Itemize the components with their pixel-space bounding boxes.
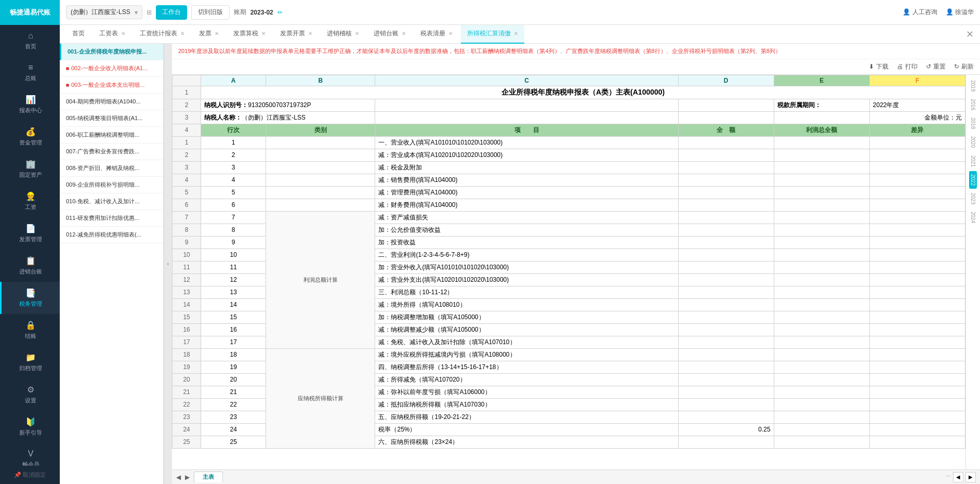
- download-button[interactable]: ⬇ 下载: [869, 62, 889, 71]
- close-all-tabs[interactable]: ✕: [966, 29, 974, 40]
- sidebar-item-home[interactable]: ⌂ 首页: [0, 25, 60, 57]
- tab-tax-table[interactable]: 税表清册 ✕: [414, 25, 459, 44]
- report-item-005[interactable]: 005-纳税调整项目明细表(A1...: [60, 110, 163, 127]
- diff-cell-6: [869, 199, 965, 211]
- row-num-14: 14: [173, 298, 201, 311]
- tab-invoice[interactable]: 发票 ✕: [193, 25, 225, 44]
- scroll-left-btn[interactable]: ◀: [953, 472, 963, 482]
- profit-cell-5: [774, 186, 869, 199]
- empty-cell-3d: [678, 111, 774, 124]
- row-num-18: 18: [173, 348, 201, 361]
- print-label: 打印: [905, 62, 918, 71]
- topbar-right: 👤 人工咨询 👤 徐溢华: [903, 8, 974, 17]
- seq-cell-7: 7: [201, 211, 266, 224]
- tab-income-tax-close[interactable]: ✕: [514, 31, 518, 36]
- sidebar-item-invoice[interactable]: 📄 发票管理: [0, 217, 60, 250]
- item-cell-13: 三、利润总额（10-11-12）: [375, 286, 678, 298]
- tab-invoice-open[interactable]: 发票开票 ✕: [274, 25, 319, 44]
- tab-sales-ledger-close[interactable]: ✕: [402, 31, 406, 36]
- refresh-button[interactable]: ↻ 刷新: [954, 62, 974, 71]
- tab-invoice-open-close[interactable]: ✕: [308, 31, 312, 36]
- report-item-008[interactable]: 008-资产折旧、摊销及纳税...: [60, 160, 163, 177]
- company-selector[interactable]: (勿删）江西服宝-LSS ▾: [66, 5, 142, 19]
- tab-tax-table-label: 税表清册: [420, 29, 445, 38]
- tab-sales-ledger[interactable]: 进销台账 ✕: [367, 25, 412, 44]
- tab-income-tax[interactable]: 所得税汇算清缴 ✕: [461, 25, 524, 44]
- year-item-2020[interactable]: 2020: [969, 133, 977, 151]
- scroll-right-btn[interactable]: ▶: [965, 472, 976, 482]
- workbench-button[interactable]: 工作台: [156, 5, 187, 20]
- report-item-004[interactable]: 004-期间费用明细表(A1040...: [60, 94, 163, 110]
- sidebar-item-payroll[interactable]: 👷 工资: [0, 185, 60, 217]
- tab-payroll-stat-close[interactable]: ✕: [180, 31, 184, 36]
- year-item-2024[interactable]: 2024: [969, 208, 977, 226]
- sales-icon: 📋: [25, 256, 36, 266]
- sidebar-item-member[interactable]: V 畅会员: [0, 443, 60, 466]
- year-item-2019[interactable]: 2019: [969, 77, 977, 95]
- sidebar-item-report[interactable]: 📊 报表中心: [0, 88, 60, 121]
- tab-invoice-tax[interactable]: 发票算税 ✕: [227, 25, 272, 44]
- diff-cell-15: [869, 311, 965, 323]
- year-item-2023[interactable]: 2023: [969, 190, 977, 207]
- edit-period-icon[interactable]: ✏: [277, 9, 283, 16]
- error-dot-002: [66, 67, 69, 70]
- report-item-001[interactable]: 001-企业所得税年度纳税申报...: [60, 44, 163, 60]
- sidebar-item-capital[interactable]: 💰 资金管理: [0, 121, 60, 153]
- amount-cell-15: [678, 311, 774, 323]
- sidebar-label-home: 首页: [25, 43, 36, 50]
- tab-payroll-stat[interactable]: 工资统计报表 ✕: [134, 25, 191, 44]
- tab-home[interactable]: 首页: [66, 25, 91, 44]
- year-item-2016[interactable]: 2016: [969, 96, 977, 113]
- year-item-2022[interactable]: 2022: [969, 171, 977, 189]
- report-item-011[interactable]: 011-研发费用加计扣除优惠...: [60, 210, 163, 227]
- year-item-2021[interactable]: 2021: [969, 152, 977, 170]
- sidebar-item-guide[interactable]: 🔰 新手引导: [0, 411, 60, 443]
- tab-payroll[interactable]: 工资表 ✕: [93, 25, 131, 44]
- prev-sheet-btn[interactable]: ◀: [176, 474, 181, 481]
- panel-collapse-handle[interactable]: ‹: [164, 44, 172, 484]
- tab-payroll-close[interactable]: ✕: [121, 31, 125, 36]
- report-008-label: 008-资产折旧、摊销及纳税...: [66, 165, 139, 171]
- switch-version-button[interactable]: 切到旧版: [191, 5, 230, 20]
- row-num-1: 1: [173, 136, 201, 149]
- print-button[interactable]: 🖨 打印: [897, 62, 918, 71]
- tab-sales-audit-close[interactable]: ✕: [355, 31, 359, 36]
- seq-cell-8: 8: [201, 224, 266, 236]
- seq-cell-20: 20: [201, 373, 266, 386]
- report-item-010[interactable]: 010-免税、减计收入及加计...: [60, 193, 163, 210]
- notice-text: 2019年度涉及取以前年度延续数据的申报表单元格需要手工维护正确，才能保证本年及…: [178, 48, 781, 54]
- sidebar-item-tax[interactable]: 📑 税务管理: [0, 282, 60, 314]
- report-item-007[interactable]: 007-广告费和业务宣传费跌...: [60, 143, 163, 160]
- amount-cell-12: [678, 273, 774, 286]
- reset-button[interactable]: ↺ 重置: [926, 62, 946, 71]
- tab-sales-audit[interactable]: 进销稽核 ✕: [321, 25, 365, 44]
- diff-cell-7: [869, 211, 965, 224]
- report-item-002[interactable]: 002-一般企业收入明细表(A1...: [60, 60, 163, 77]
- copy-icon[interactable]: ⊞: [147, 9, 152, 16]
- sidebar-item-archive[interactable]: 📁 归档管理: [0, 346, 60, 378]
- amount-cell-19: [678, 361, 774, 373]
- sidebar-item-assets[interactable]: 🏢 固定资产: [0, 153, 60, 185]
- sidebar-item-sales[interactable]: 📋 进销台账: [0, 250, 60, 282]
- sheet-tab-main[interactable]: 主表: [194, 472, 223, 482]
- report-item-009[interactable]: 009-企业所得税补亏损明细...: [60, 177, 163, 193]
- tab-invoice-close[interactable]: ✕: [215, 31, 219, 36]
- tab-invoice-tax-close[interactable]: ✕: [261, 31, 266, 36]
- sheet-area[interactable]: A B C D E F 1 企业所得税年度纳税申报表（A类）主表(A100000…: [172, 75, 965, 470]
- sidebar-item-settings[interactable]: ⚙ 设置: [0, 378, 60, 411]
- next-sheet-btn[interactable]: ▶: [185, 474, 190, 481]
- report-item-006[interactable]: 006-职工薪酬纳税调整明细...: [60, 127, 163, 143]
- year-item-2018[interactable]: 2018: [969, 114, 977, 132]
- tab-tax-table-close[interactable]: ✕: [448, 31, 453, 36]
- sidebar-unpin[interactable]: 📌 取消固定: [0, 466, 60, 484]
- sidebar-item-ledger[interactable]: ≡ 总账: [0, 57, 60, 88]
- profit-cell-19: [774, 361, 869, 373]
- item-cell-14: 减：境外所得（填写A108010）: [375, 298, 678, 311]
- sidebar-item-close[interactable]: 🔒 结账: [0, 314, 60, 346]
- report-item-003[interactable]: 003-一般企业成本支出明细...: [60, 77, 163, 94]
- tab-payroll-label: 工资表: [99, 29, 118, 38]
- report-011-label: 011-研发费用加计扣除优惠...: [66, 215, 139, 221]
- support-btn[interactable]: 👤 人工咨询: [903, 8, 937, 17]
- report-item-012[interactable]: 012-减免所得税优惠明细表(...: [60, 227, 163, 243]
- report-001-label: 001-企业所得税年度纳税申报...: [68, 48, 147, 55]
